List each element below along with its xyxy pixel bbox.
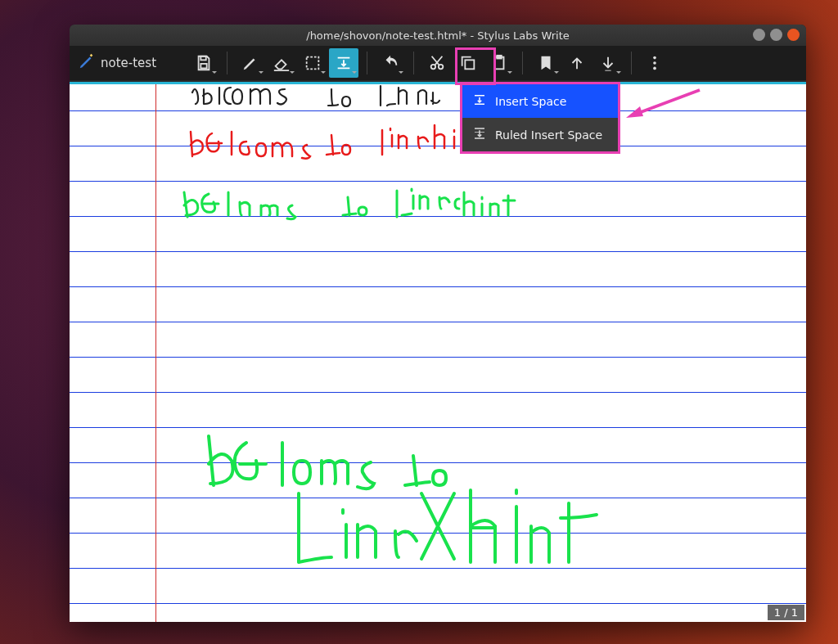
svg-point-9 [653,61,656,65]
save-button[interactable] [189,48,219,78]
maximize-button[interactable] [770,29,782,41]
app-window: /home/shovon/note-test.html* - Stylus La… [70,25,806,622]
toolbar-divider [522,52,523,74]
toolbar-divider [227,52,228,74]
pen-tool-button[interactable] [236,48,265,78]
titlebar[interactable]: /home/shovon/note-test.html* - Stylus La… [70,25,806,46]
note-canvas[interactable]: 1 / 1 [70,82,806,622]
desktop-background: /home/shovon/note-test.html* - Stylus La… [0,0,838,644]
svg-rect-2 [307,57,319,70]
overflow-menu-button[interactable] [640,48,669,78]
pen-icon [78,52,96,74]
select-tool-button[interactable] [298,48,327,78]
toolbar-divider [631,52,632,74]
menu-item-label: Insert Space [495,95,566,108]
window-controls [753,29,800,41]
undo-button[interactable] [376,48,405,78]
next-page-button[interactable] [593,48,623,78]
svg-rect-0 [200,56,205,61]
menu-item-ruled-insert-space[interactable]: Ruled Insert Space [462,118,618,151]
document-tab-label: note-test [101,56,156,70]
document-tab[interactable]: note-test [74,52,163,74]
svg-rect-7 [497,56,502,59]
insert-space-menu: Insert Space Ruled Insert Space [460,82,620,154]
toolbar: note-test [70,46,806,82]
copy-button[interactable] [453,48,483,78]
svg-point-8 [653,56,656,60]
svg-rect-5 [465,60,474,69]
prev-page-button[interactable] [562,48,592,78]
handwriting-ink [70,84,806,622]
close-button[interactable] [787,29,800,41]
paste-button[interactable] [484,48,514,78]
eraser-tool-button[interactable] [267,48,296,78]
window-title: /home/shovon/note-test.html* - Stylus La… [74,29,801,42]
toolbar-divider [367,52,367,74]
svg-rect-1 [200,64,206,69]
insert-space-button[interactable] [329,48,358,78]
menu-item-label: Ruled Insert Space [495,128,602,142]
page-indicator: 1 / 1 [768,605,804,620]
insert-space-icon [472,92,487,110]
svg-point-10 [653,67,656,70]
toolbar-divider [413,52,414,74]
cut-button[interactable] [422,48,452,78]
bookmark-button[interactable] [531,48,561,78]
menu-item-insert-space[interactable]: Insert Space [462,84,618,118]
ruled-insert-space-icon [472,126,487,143]
minimize-button[interactable] [753,29,765,41]
